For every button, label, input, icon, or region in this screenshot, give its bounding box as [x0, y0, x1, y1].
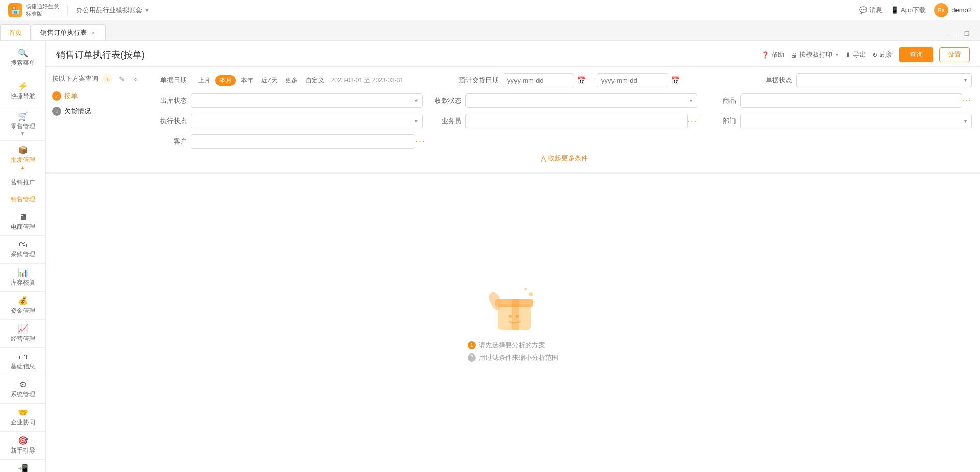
- filter-main: 单据日期 上月 本月 本年 近7天 更多 自定义 20: [148, 67, 980, 172]
- calendar-end-icon[interactable]: 📅: [671, 76, 680, 84]
- export-button[interactable]: ⬇ 导出: [845, 50, 866, 59]
- refresh-button[interactable]: ↻ 刷新: [872, 50, 893, 59]
- tab-home[interactable]: 首页: [0, 24, 31, 40]
- filter-row-3: 执行状态 业务员 ···: [156, 114, 972, 128]
- expected-date-start[interactable]: [503, 73, 574, 87]
- logo-icon: 🏪: [8, 3, 22, 17]
- edit-plan-button[interactable]: ✎: [116, 73, 127, 84]
- empty-state: 1 请先选择要分析的方案 2 用过滤条件来缩小分析范围: [447, 261, 579, 386]
- filter-sidebar-icons: + ✎ «: [102, 73, 141, 84]
- docstatus-select[interactable]: [796, 73, 972, 87]
- sidebar-item-newbie[interactable]: 🎯 新手引导: [0, 432, 45, 459]
- user-info[interactable]: Ea demo2: [934, 3, 972, 17]
- finance-icon: 💰: [18, 296, 28, 305]
- topbar: 🏪 畅捷通好生意 标准版 办公用品行业模拟账套 ▼ 💬 消息 📱 App下载 E…: [0, 0, 980, 20]
- filter-sidebar-header: 按以下方案查询 + ✎ «: [46, 73, 148, 88]
- sidebar-item-search[interactable]: 🔍 搜索菜单: [4, 45, 41, 70]
- help-button[interactable]: ❓ 帮助: [761, 50, 785, 59]
- execstatus-select-wrap: [191, 114, 423, 128]
- tab-close-icon[interactable]: ×: [90, 29, 97, 36]
- sidebar-group-ecommerce: 🖥 电商管理: [0, 208, 45, 236]
- help-icon: ❓: [761, 51, 769, 59]
- plan-icon-byorder: ✓: [52, 91, 61, 101]
- date-current-month-button[interactable]: 本月: [215, 75, 236, 86]
- app-download-button[interactable]: 📱 App下载: [891, 6, 926, 15]
- filter-layout: 按以下方案查询 + ✎ « ✓ 按单 ○ 欠货情况: [46, 67, 980, 172]
- sidebar-item-apps[interactable]: 📲 应用中心: [0, 460, 45, 472]
- sidebar-item-quick-nav[interactable]: ⚡ 快捷导航: [2, 78, 43, 104]
- outstock-select[interactable]: [191, 93, 423, 108]
- export-icon: ⬇: [845, 51, 851, 59]
- sidebar-item-finance[interactable]: 💰 资金管理: [0, 292, 45, 319]
- outstock-select-wrap: [191, 93, 423, 108]
- date-more-button[interactable]: 更多: [282, 75, 301, 86]
- sidebar-item-operations[interactable]: 📈 经营管理: [0, 320, 45, 347]
- avatar: Ea: [934, 3, 948, 17]
- filter-plan-byorder[interactable]: ✓ 按单: [46, 88, 148, 104]
- hint-num-2: 2: [468, 353, 476, 362]
- receipt-select-wrap: [465, 93, 697, 108]
- message-button[interactable]: 💬 消息: [859, 6, 883, 15]
- customer-dots-button[interactable]: ···: [415, 137, 425, 146]
- apps-icon: 📲: [18, 464, 28, 472]
- query-button[interactable]: 查询: [899, 47, 933, 62]
- expected-date-end[interactable]: [597, 73, 668, 87]
- sidebar-item-enterprise[interactable]: 🤝 企业协同: [0, 404, 45, 431]
- filter-row-4: 客户 ···: [156, 134, 972, 149]
- filter-field-salesperson: 业务员 ···: [431, 114, 697, 128]
- sidebar-item-marketing[interactable]: 营销推广: [0, 174, 45, 191]
- date-custom-button[interactable]: 自定义: [303, 75, 327, 86]
- content-area: 销售订单执行表(按单) ❓ 帮助 🖨 按模板打印 ▼ ⬇ 导出 ↻ 刷新: [46, 41, 980, 472]
- product-input[interactable]: [740, 93, 962, 108]
- add-plan-button[interactable]: +: [102, 73, 113, 84]
- filter-plan-shortage[interactable]: ○ 欠货情况: [46, 104, 148, 119]
- sidebar-item-retail[interactable]: 🛒 零售管理 ▼: [0, 107, 45, 140]
- sidebar-item-purchase[interactable]: 🛍 采购管理: [0, 236, 45, 263]
- tabs-bar: 首页 销售订单执行表 × — □: [0, 20, 980, 41]
- date-range-text: 2023-03-01 至 2023-03-31: [331, 76, 403, 85]
- tab-maximize-button[interactable]: □: [962, 28, 972, 38]
- plan-icon-shortage: ○: [52, 107, 61, 116]
- tab-minimize-button[interactable]: —: [947, 28, 958, 38]
- sidebar-group-inventory: 📊 库存核算: [0, 264, 45, 292]
- empty-hint-2: 2 用过滤条件来缩小分析范围: [468, 353, 558, 362]
- execstatus-select[interactable]: [191, 114, 423, 128]
- print-icon: 🖨: [791, 51, 797, 59]
- receipt-select[interactable]: [465, 93, 697, 108]
- tab-sales-order[interactable]: 销售订单执行表 ×: [32, 24, 106, 40]
- filter-field-dept: 部门: [705, 114, 972, 128]
- date-prev-month-button[interactable]: 上月: [195, 75, 213, 86]
- retail-icon: 🛒: [18, 111, 28, 121]
- sidebar-item-wholesale[interactable]: 📦 批发管理 ▲: [0, 141, 45, 174]
- customer-label: 客户: [156, 137, 187, 146]
- sidebar-item-basic[interactable]: 🗃 基础信息: [0, 348, 45, 375]
- filter-field-docstatus: 单据状态: [762, 73, 972, 87]
- dept-select[interactable]: [740, 114, 972, 128]
- collapse-icon: ⋀: [541, 155, 546, 162]
- salesperson-dots-button[interactable]: ···: [688, 116, 697, 126]
- topbar-left: 🏪 畅捷通好生意 标准版 办公用品行业模拟账套 ▼: [8, 3, 150, 17]
- print-button[interactable]: 🖨 按模板打印 ▼: [791, 50, 839, 59]
- sidebar-item-inventory[interactable]: 📊 库存核算: [0, 264, 45, 291]
- date-current-year-button[interactable]: 本年: [238, 75, 256, 86]
- date-last7-button[interactable]: 近7天: [258, 75, 280, 86]
- page-actions: ❓ 帮助 🖨 按模板打印 ▼ ⬇ 导出 ↻ 刷新 查询 设置: [761, 47, 970, 62]
- svg-point-5: [525, 288, 527, 290]
- filter-field-execstatus: 执行状态: [156, 114, 423, 128]
- sidebar-group-basic: 🗃 基础信息: [0, 348, 45, 375]
- collapse-sidebar-button[interactable]: «: [130, 73, 141, 84]
- svg-point-4: [529, 292, 533, 296]
- breadcrumb[interactable]: 办公用品行业模拟账套 ▼: [76, 6, 150, 15]
- logo-text: 畅捷通好生意 标准版: [26, 3, 59, 17]
- sidebar-item-ecommerce[interactable]: 🖥 电商管理: [0, 208, 45, 235]
- calendar-start-icon[interactable]: 📅: [577, 76, 586, 84]
- product-dots-button[interactable]: ···: [962, 96, 972, 105]
- sidebar-item-sales[interactable]: 销售管理: [0, 191, 45, 208]
- collapse-more-button[interactable]: ⋀ 收起更多条件: [156, 151, 972, 166]
- salesperson-input[interactable]: [465, 114, 688, 128]
- sidebar-item-system[interactable]: ⚙ 系统管理: [0, 375, 45, 403]
- customer-input[interactable]: [191, 134, 415, 149]
- sidebar-group-system: ⚙ 系统管理: [0, 375, 45, 404]
- filter-field-docdate: 单据日期 上月 本月 本年 近7天 更多 自定义 20: [156, 75, 451, 86]
- settings-button[interactable]: 设置: [939, 47, 970, 62]
